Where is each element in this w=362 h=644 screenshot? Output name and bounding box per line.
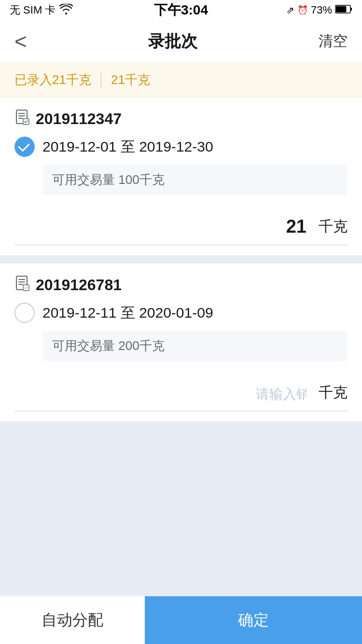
status-time: 下午3:04 bbox=[154, 1, 208, 19]
wifi-icon bbox=[59, 4, 73, 17]
page-title: 录批次 bbox=[148, 30, 197, 53]
batch-card-2: 2019126781 2019-12-11 至 2020-01-09 可用交易量… bbox=[0, 264, 362, 421]
batch-card-1: 2019112347 2019-12-01 至 2019-12-30 可用交易量… bbox=[0, 98, 362, 255]
status-carrier: 无 SIM 卡 bbox=[10, 3, 73, 17]
svg-rect-9 bbox=[18, 279, 25, 280]
bottom-bar: 自动分配 确定 bbox=[0, 596, 362, 644]
batch-2-quantity-input[interactable] bbox=[256, 382, 314, 403]
status-right: ⇗ ⏰ 73% bbox=[286, 4, 352, 16]
location-icon: ⇗ bbox=[286, 4, 294, 16]
batch-1-quantity-row: 千克 bbox=[0, 207, 362, 245]
doc-icon-1 bbox=[14, 109, 31, 129]
batch-2-unit: 千克 bbox=[319, 383, 348, 403]
status-bar: 无 SIM 卡 下午3:04 ⇗ ⏰ 73% bbox=[0, 0, 362, 20]
batch-2-date: 2019-12-11 至 2020-01-09 bbox=[42, 303, 213, 323]
batch-card-2-inner: 2019126781 2019-12-11 至 2020-01-09 可用交易量… bbox=[0, 264, 362, 373]
batch-1-header: 2019112347 bbox=[14, 109, 348, 129]
info-entered-label: 已录入21千克 bbox=[14, 71, 91, 88]
batch-2-date-row[interactable]: 2019-12-11 至 2020-01-09 bbox=[14, 303, 348, 323]
svg-rect-11 bbox=[18, 284, 23, 285]
info-banner: 已录入21千克 21千克 bbox=[0, 63, 362, 98]
svg-rect-4 bbox=[18, 113, 25, 114]
batch-2-header: 2019126781 bbox=[14, 275, 348, 295]
battery-icon bbox=[335, 4, 352, 16]
batch-1-date: 2019-12-01 至 2019-12-30 bbox=[42, 137, 213, 157]
confirm-button[interactable]: 确定 bbox=[145, 596, 362, 644]
info-divider bbox=[101, 73, 101, 87]
back-button[interactable]: < bbox=[10, 25, 32, 58]
batch-1-radio[interactable] bbox=[14, 137, 35, 157]
svg-rect-5 bbox=[18, 115, 25, 116]
battery-percent: 73% bbox=[311, 4, 332, 16]
batch-2-radio[interactable] bbox=[14, 303, 35, 323]
batch-1-date-row[interactable]: 2019-12-01 至 2019-12-30 bbox=[14, 137, 348, 157]
svg-rect-10 bbox=[18, 281, 25, 282]
batch-2-quantity-row: 千克 bbox=[0, 373, 362, 411]
batch-1-available: 可用交易量 100千克 bbox=[42, 165, 348, 195]
info-value: 21千克 bbox=[111, 71, 150, 88]
batch-1-id: 2019112347 bbox=[36, 110, 122, 128]
auto-distribute-button[interactable]: 自动分配 bbox=[0, 596, 145, 644]
svg-rect-6 bbox=[18, 118, 23, 119]
carrier-text: 无 SIM 卡 bbox=[10, 3, 56, 17]
svg-rect-1 bbox=[336, 6, 347, 13]
nav-bar: < 录批次 清空 bbox=[0, 20, 362, 63]
batch-1-quantity-input[interactable] bbox=[256, 216, 314, 237]
batch-card-1-inner: 2019112347 2019-12-01 至 2019-12-30 可用交易量… bbox=[0, 98, 362, 207]
batch-1-unit: 千克 bbox=[319, 217, 348, 237]
doc-icon-2 bbox=[14, 275, 31, 295]
batch-2-id: 2019126781 bbox=[36, 276, 122, 294]
svg-rect-2 bbox=[350, 8, 352, 11]
section-separator bbox=[0, 256, 362, 264]
alarm-icon: ⏰ bbox=[297, 5, 308, 15]
clear-button[interactable]: 清空 bbox=[319, 31, 348, 51]
content-area: 2019112347 2019-12-01 至 2019-12-30 可用交易量… bbox=[0, 98, 362, 639]
batch-2-available: 可用交易量 200千克 bbox=[42, 331, 348, 361]
